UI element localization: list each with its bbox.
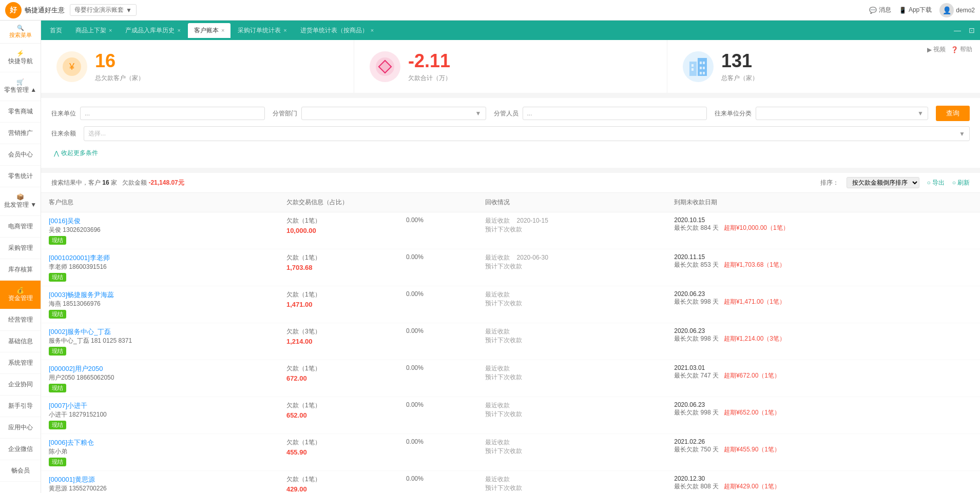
tab-close-icon[interactable]: × xyxy=(109,27,112,33)
filter-input-dept[interactable]: ▼ xyxy=(301,107,486,120)
customer-phone: 黄思源 13552700226 xyxy=(49,484,271,493)
collapse-button[interactable]: ⋀ 收起更多条件 xyxy=(54,149,967,157)
tab-close-icon[interactable]: × xyxy=(177,27,180,33)
message-btn[interactable]: 💬 消息 xyxy=(869,6,891,14)
debt-info-cell: 欠款（1笔） 672.00 xyxy=(279,360,398,397)
recent-collect-label: 最近收款 xyxy=(485,364,659,373)
debt-label: 欠款（1笔） xyxy=(286,475,391,484)
customer-tag: 现结 xyxy=(49,273,66,282)
debt-label: 欠款（1笔） xyxy=(286,253,391,262)
sidebar-item-inventory[interactable]: 库存核算 xyxy=(0,259,41,281)
refresh-btn[interactable]: ○ 刷新 xyxy=(952,179,970,187)
customer-info-cell: [0016]吴俊 吴俊 13026203696 现结 xyxy=(41,212,279,249)
sidebar-item-wechat[interactable]: 企业微信 xyxy=(0,439,41,460)
tab-product-listing[interactable]: 商品上下架 × xyxy=(69,23,118,38)
svg-rect-13 xyxy=(700,72,702,74)
sidebar-item-retail-mall[interactable]: 零售商城 xyxy=(0,101,41,123)
sidebar-item-retail-stats[interactable]: 零售统计 xyxy=(0,166,41,187)
sidebar-item-guide[interactable]: 新手引导 xyxy=(0,396,41,417)
sidebar-item-retail-mgmt[interactable]: 🛒 零售管理 ▲ xyxy=(0,72,41,101)
help-btn[interactable]: ❓ 帮助 xyxy=(951,45,972,54)
debt-amount[interactable]: 652.00 xyxy=(286,411,391,419)
filter-input-category[interactable]: ▼ xyxy=(756,107,928,120)
tabs-collapse-icon[interactable]: — xyxy=(951,25,964,35)
filter-input-person[interactable]: ... xyxy=(523,107,707,120)
tab-purchase-stats[interactable]: 采购订单统计表 × xyxy=(232,23,293,38)
customer-name-link[interactable]: [0006]去下粮仓 xyxy=(49,439,94,446)
sidebar-item-member-club[interactable]: 畅会员 xyxy=(0,460,41,482)
sidebar-item-system[interactable]: 系统管理 xyxy=(0,352,41,374)
debt-percent: 0.00% xyxy=(406,253,470,261)
debt-amount[interactable]: 1,703.68 xyxy=(286,264,391,271)
customer-name-link[interactable]: [0002]服务中心_丁磊 xyxy=(49,328,111,336)
debt-percent: 0.00% xyxy=(406,327,470,334)
overdue-amount-link[interactable]: 超期¥672.00（1笔） xyxy=(724,372,780,379)
debt-amount[interactable]: 672.00 xyxy=(286,374,391,382)
debt-amount[interactable]: 429.00 xyxy=(286,485,391,493)
customer-name-link[interactable]: [0016]吴俊 xyxy=(49,217,81,225)
sidebar-item-finance[interactable]: 💰 资金管理 xyxy=(0,281,41,309)
sidebar-search[interactable]: 🔍 搜索菜单 xyxy=(0,21,41,44)
overdue-amount-link[interactable]: 超期¥429.00（1笔） xyxy=(724,483,780,490)
sidebar-item-operations[interactable]: 经营管理 xyxy=(0,309,41,331)
chevron-up-icon: ⋀ xyxy=(54,150,59,157)
sidebar-item-quick-nav[interactable]: ⚡ 快捷导航 xyxy=(0,44,41,72)
sidebar-item-marketing[interactable]: 营销推广 xyxy=(0,123,41,144)
overdue-amount-link[interactable]: 超期¥652.00（1笔） xyxy=(724,409,780,416)
username: demo2 xyxy=(956,7,975,14)
recent-collect-label: 最近收款 2020-10-15 xyxy=(485,216,659,225)
export-btn[interactable]: ○ 导出 xyxy=(927,179,945,187)
tab-production-history[interactable]: 产成品入库单历史 × xyxy=(119,23,186,38)
video-btn[interactable]: ▶ 视频 xyxy=(927,45,946,54)
customer-name-link[interactable]: [0003]畅捷服务尹海蕊 xyxy=(49,291,114,299)
sidebar-item-ecommerce[interactable]: 电商管理 xyxy=(0,216,41,238)
overdue-amount-link[interactable]: 超期¥1,214.00（3笔） xyxy=(724,335,785,342)
search-button[interactable]: 查询 xyxy=(936,106,970,121)
sidebar-item-basic-info[interactable]: 基础信息 xyxy=(0,331,41,352)
sort-select[interactable]: 按欠款金额倒序排序 xyxy=(847,177,919,188)
overdue-amount-link[interactable]: 超期¥1,471.00（1笔） xyxy=(724,298,785,305)
app-layout: 🔍 搜索菜单 ⚡ 快捷导航 🛒 零售管理 ▲ 零售商城 营销推广 会员中心 零售… xyxy=(0,21,980,493)
sidebar-item-label: 应用中心 xyxy=(3,423,37,432)
results-count-suffix: 家 xyxy=(111,179,117,186)
customer-name-link[interactable]: [000001]黄思源 xyxy=(49,476,95,483)
app-download-btn[interactable]: 📱 App下载 xyxy=(899,6,932,14)
debt-amount[interactable]: 1,471.00 xyxy=(286,301,391,308)
tab-close-icon[interactable]: × xyxy=(371,27,374,33)
overdue-amount-link[interactable]: 超期¥1,703.68（1笔） xyxy=(724,261,785,268)
tabs-expand-icon[interactable]: ⊡ xyxy=(966,25,977,35)
sidebar-item-purchase[interactable]: 采购管理 xyxy=(0,238,41,259)
debt-amount[interactable]: 10,000.00 xyxy=(286,227,391,234)
sidebar-item-members[interactable]: 会员中心 xyxy=(0,144,41,166)
filter-input-balance[interactable]: 选择... ▼ xyxy=(84,126,970,141)
sidebar-item-app-center[interactable]: 应用中心 xyxy=(0,417,41,439)
collection-cell: 最近收款 预计下次收款 xyxy=(477,286,666,323)
collection-cell: 最近收款 2020-06-30 预计下次收款 xyxy=(477,249,666,286)
tab-close-icon[interactable]: × xyxy=(221,27,224,33)
customer-name-link[interactable]: [0001020001]李老师 xyxy=(49,254,110,262)
sidebar-item-wholesale[interactable]: 📦 批发管理 ▼ xyxy=(0,187,41,216)
overdue-amount-link[interactable]: 超期¥455.90（1笔） xyxy=(724,446,780,453)
tab-customer-ledger[interactable]: 客户账本 × xyxy=(188,23,230,38)
user-profile[interactable]: 👤 demo2 xyxy=(939,3,975,17)
sidebar-item-enterprise[interactable]: 企业协同 xyxy=(0,374,41,396)
overdue-amount-link[interactable]: 超期¥10,000.00（1笔） xyxy=(724,224,789,231)
customer-name-link[interactable]: [000002]用户2050 xyxy=(49,365,103,372)
company-select[interactable]: 母婴行业演示账套 ▼ xyxy=(70,4,137,16)
next-collect-label: 预计下次收款 xyxy=(485,336,659,345)
svg-rect-12 xyxy=(703,67,705,69)
tab-purchase-product-stats[interactable]: 进货单统计表（按商品） × xyxy=(294,23,380,38)
sidebar-item-label: 库存核算 xyxy=(3,265,37,274)
filter-input-unit[interactable]: ... xyxy=(80,107,265,120)
sidebar-item-label: 零售统计 xyxy=(3,172,37,181)
customer-name-link[interactable]: [0007]小进干 xyxy=(49,402,87,409)
debt-amount[interactable]: 1,214.00 xyxy=(286,338,391,345)
tab-home[interactable]: 首页 xyxy=(44,23,68,38)
tab-close-icon[interactable]: × xyxy=(283,27,286,33)
stat-label-total-debt: 欠款合计（万） xyxy=(408,74,451,83)
debt-label: 欠款（1笔） xyxy=(286,216,391,225)
top-bar: 好 畅捷通好生意 母婴行业演示账套 ▼ 💬 消息 📱 App下载 👤 demo2 xyxy=(0,0,980,21)
overdue-days: 最长欠款 747 天 超期¥672.00（1笔） xyxy=(674,371,972,380)
recent-collect-label: 最近收款 2020-06-30 xyxy=(485,253,659,262)
debt-amount[interactable]: 455.90 xyxy=(286,448,391,456)
